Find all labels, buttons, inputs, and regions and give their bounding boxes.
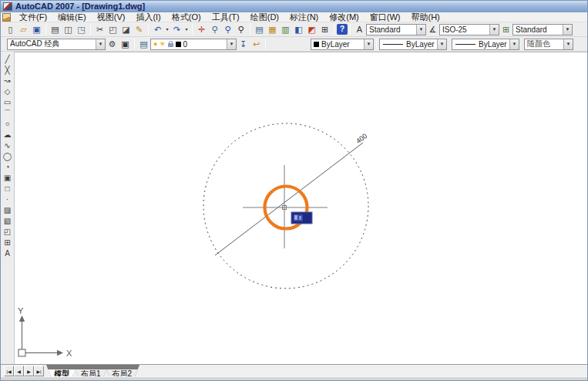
markup-manager-icon[interactable]: ◩: [305, 23, 318, 35]
workspace-combo[interactable]: AutoCAD 经典 ▼: [7, 39, 106, 50]
layer-color-swatch[interactable]: [176, 42, 181, 47]
menu-window[interactable]: 窗口(W): [365, 12, 406, 22]
properties-icon[interactable]: ▤: [253, 23, 266, 35]
layer-previous-icon[interactable]: ↩: [250, 38, 263, 50]
tab-layout2[interactable]: 布局2: [105, 365, 140, 376]
layer-freeze-icon[interactable]: ☀: [159, 40, 165, 48]
lineweight-combo[interactable]: ByLayer ▼: [452, 39, 519, 50]
open-icon[interactable]: ▱: [17, 23, 30, 35]
layer-combo[interactable]: ● ☀ 0 ▼: [150, 39, 237, 50]
menu-edit[interactable]: 编辑(E): [52, 12, 92, 22]
arc-icon[interactable]: ⌒: [2, 108, 14, 119]
copy-icon[interactable]: ◰: [106, 23, 119, 35]
combo-arrow-icon[interactable]: ▼: [563, 25, 572, 35]
plot-icon[interactable]: ▤: [49, 23, 62, 35]
circle-icon[interactable]: ○: [2, 119, 14, 130]
insert-block-icon[interactable]: ▣: [2, 173, 14, 184]
dynamic-input-box[interactable]: [291, 212, 312, 224]
help-icon[interactable]: ?: [337, 24, 348, 35]
multiline-text-icon[interactable]: A: [2, 248, 14, 259]
ellipse-icon[interactable]: ◯: [2, 151, 14, 162]
new-icon[interactable]: ▯: [4, 23, 17, 35]
toolbar-separator: [334, 24, 334, 35]
pan-icon[interactable]: ✛: [195, 23, 208, 35]
line-icon[interactable]: ╱: [2, 54, 14, 65]
layer-lock-icon[interactable]: [168, 43, 173, 47]
tab-next-button[interactable]: ▶: [24, 366, 34, 376]
text-style-combo[interactable]: Standard ▼: [366, 24, 426, 35]
redo-icon[interactable]: ↷: [170, 23, 183, 35]
menu-modify[interactable]: 修改(M): [324, 12, 365, 22]
designcenter-icon[interactable]: ▦: [266, 23, 279, 35]
dim-style-combo[interactable]: ISO-25 ▼: [439, 24, 499, 35]
construction-line-icon[interactable]: ╳: [2, 65, 14, 76]
region-icon[interactable]: ◰: [2, 227, 14, 238]
layer-manager-icon[interactable]: ▤: [137, 38, 150, 50]
tab-last-button[interactable]: ▶|: [34, 366, 44, 376]
menu-format[interactable]: 格式(O): [166, 12, 207, 22]
plotstyle-combo[interactable]: 随颜色 ▼: [524, 39, 573, 50]
combo-arrow-icon[interactable]: ▼: [437, 39, 446, 49]
table-style-combo[interactable]: Standard ▼: [512, 24, 573, 35]
gradient-icon[interactable]: ▧: [2, 216, 14, 227]
layer-on-icon[interactable]: ●: [153, 40, 157, 48]
combo-arrow-icon[interactable]: ▼: [563, 39, 573, 49]
undo-dropdown-icon[interactable]: ▾: [164, 23, 170, 35]
make-layer-current-icon[interactable]: ↧: [237, 38, 250, 50]
menu-tools[interactable]: 工具(T): [207, 12, 245, 22]
undo-icon[interactable]: ↶: [151, 23, 164, 35]
tab-prev-button[interactable]: ◀: [14, 366, 24, 376]
rectangle-icon[interactable]: ▭: [2, 97, 14, 108]
spline-icon[interactable]: ∿: [2, 140, 14, 151]
publish-icon[interactable]: ◳: [75, 23, 88, 35]
tab-model[interactable]: 模型: [46, 365, 77, 376]
table-style-icon[interactable]: ⊞: [499, 23, 512, 35]
tool-palettes-icon[interactable]: ▥: [279, 23, 292, 35]
linetype-combo[interactable]: ByLayer ▼: [379, 39, 447, 50]
redo-dropdown-icon[interactable]: ▾: [183, 23, 190, 35]
sheetset-manager-icon[interactable]: ◧: [292, 23, 305, 35]
revision-cloud-icon[interactable]: ☁: [2, 130, 14, 140]
cut-icon[interactable]: ✂: [93, 23, 106, 35]
table-icon[interactable]: ⊞: [2, 238, 14, 248]
quickcalc-icon[interactable]: ⊞: [318, 23, 331, 35]
plot-preview-icon[interactable]: ◫: [62, 23, 75, 35]
combo-arrow-icon[interactable]: ▼: [96, 39, 105, 49]
polygon-icon[interactable]: ◇: [2, 86, 14, 97]
drawing-canvas[interactable]: 400 Y X: [15, 52, 588, 364]
save-icon[interactable]: ▣: [30, 23, 43, 35]
combo-arrow-icon[interactable]: ▼: [509, 39, 519, 49]
dim-style-icon[interactable]: ∡: [426, 23, 439, 35]
ellipse-arc-icon[interactable]: ◔: [2, 162, 14, 173]
menu-file[interactable]: 文件(F): [14, 12, 52, 22]
match-properties-icon[interactable]: ✎: [133, 23, 146, 35]
menu-view[interactable]: 视图(V): [92, 12, 131, 22]
menu-help[interactable]: 帮助(H): [406, 12, 445, 22]
hatch-icon[interactable]: ▨: [2, 205, 14, 216]
menu-draw[interactable]: 绘图(D): [245, 12, 284, 22]
draw-toolbar: ╱ ╳ ↝ ◇ ▭ ⌒ ○ ☁ ∿ ◯ ◔ ▣ □ · ▨ ▧ ◰ ⊞ A: [1, 52, 15, 364]
menu-insert[interactable]: 插入(I): [130, 12, 166, 22]
diagonal-line[interactable]: [215, 143, 363, 255]
tab-first-button[interactable]: |◀: [4, 366, 14, 376]
workspace-settings-icon[interactable]: ⚙: [106, 38, 119, 50]
combo-arrow-icon[interactable]: ▼: [489, 25, 499, 35]
point-icon[interactable]: ·: [2, 194, 14, 205]
drawing-control-icon[interactable]: [2, 13, 11, 22]
color-combo[interactable]: ByLayer ▼: [311, 39, 374, 50]
text-style-icon[interactable]: A: [353, 23, 366, 35]
paste-icon[interactable]: ◪: [119, 23, 133, 35]
menu-dimension[interactable]: 标注(N): [284, 12, 324, 22]
zoom-window-icon[interactable]: ⚲: [221, 23, 234, 35]
zoom-previous-icon[interactable]: ⚲: [234, 23, 247, 35]
save-workspace-icon[interactable]: ▣: [119, 38, 132, 50]
zoom-realtime-icon[interactable]: ⚲: [208, 23, 221, 35]
color-value: ByLayer: [321, 40, 350, 49]
make-block-icon[interactable]: □: [2, 184, 14, 194]
combo-arrow-icon[interactable]: ▼: [364, 39, 373, 49]
dim-style-value: ISO-25: [442, 25, 467, 34]
combo-arrow-icon[interactable]: ▼: [227, 39, 236, 49]
tab-layout1[interactable]: 布局1: [73, 365, 109, 376]
combo-arrow-icon[interactable]: ▼: [416, 25, 425, 35]
polyline-icon[interactable]: ↝: [2, 76, 14, 86]
